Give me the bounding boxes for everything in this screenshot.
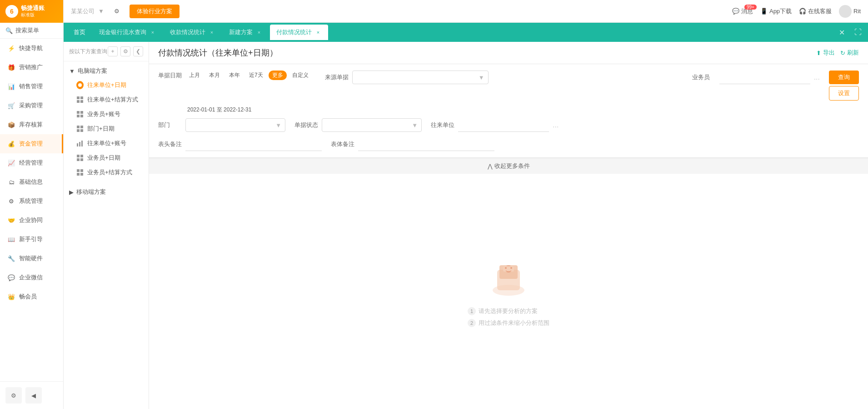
sidebar-item-system[interactable]: ⚙ 系统管理 [0, 192, 63, 211]
basic-info-icon: 🗂 [7, 178, 15, 186]
member-icon: 👑 [7, 293, 15, 301]
message-button[interactable]: 💬 消息 99+ [732, 7, 753, 15]
sidebar-item-finance[interactable]: 💰 资金管理 [0, 134, 63, 153]
tab-close-all-button[interactable]: ✕ [835, 26, 848, 39]
source-select[interactable]: ▼ [352, 71, 489, 84]
scheme-grid-icon-2 [76, 125, 84, 132]
online-service-button[interactable]: 🎧 在线客服 [799, 7, 832, 15]
tab-payment-stats[interactable]: 付款情况统计 × [270, 25, 328, 40]
filter-settings-button[interactable]: 设置 [829, 86, 859, 101]
main-content: 某某公司 ▼ ⚙ 体验行业方案 💬 消息 99+ 📱 App下载 🎧 在线客服 [64, 0, 868, 409]
svg-rect-7 [77, 115, 80, 117]
svg-rect-11 [77, 129, 80, 132]
query-button[interactable]: 查询 [829, 71, 859, 84]
dept-select[interactable]: ▼ [185, 118, 285, 132]
scheme-item-salesman-settle[interactable]: 业务员+结算方式 [64, 165, 149, 180]
date-label: 单据日期 [158, 71, 182, 80]
tab-bank-flow-close[interactable]: × [149, 29, 156, 36]
scheme-settings-button[interactable]: ⚙ [120, 46, 130, 56]
date-buttons: 上月 本月 本年 近7天 更多 自定义 [185, 71, 312, 80]
mobile-scheme-group-title[interactable]: ▶ 移动端方案 [64, 185, 149, 199]
header-settings-button[interactable]: ⚙ [110, 4, 124, 19]
sidebar-item-marketing[interactable]: 🎁 营销推广 [0, 58, 63, 77]
sidebar-item-sales[interactable]: 📊 销售管理 [0, 77, 63, 96]
sidebar: 6 畅捷通账 标准版 🔍 搜索菜单 ⚡ 快捷导航 🎁 营销推广 📊 销售管理 🛒… [0, 0, 64, 409]
tab-home[interactable]: 首页 [67, 25, 92, 40]
svg-rect-10 [80, 126, 83, 128]
salesman-input[interactable] [719, 74, 810, 81]
sidebar-item-purchase[interactable]: 🛒 采购管理 [0, 96, 63, 115]
tab-maximize-button[interactable]: ⛶ [852, 26, 864, 39]
empty-step-1: 1 请先选择要分析的方案 [468, 307, 549, 315]
tab-new-scheme[interactable]: 新建方案 × [223, 25, 269, 40]
svg-point-29 [505, 267, 507, 269]
tab-receipt-stats[interactable]: 收款情况统计 × [164, 25, 222, 40]
tab-bar-right: ✕ ⛶ [835, 26, 864, 39]
marketing-icon: 🎁 [7, 63, 15, 71]
sidebar-item-member[interactable]: 👑 畅会员 [0, 287, 63, 306]
trial-button[interactable]: 体验行业方案 [130, 5, 180, 18]
svg-rect-8 [80, 115, 83, 117]
svg-rect-6 [80, 111, 83, 114]
sidebar-item-inventory[interactable]: 📦 库存核算 [0, 115, 63, 134]
user-profile[interactable]: Rit [839, 5, 861, 18]
app-download-button[interactable]: 📱 App下载 [760, 7, 792, 15]
last-month-btn[interactable]: 上月 [185, 71, 204, 80]
more-dates-btn[interactable]: 更多 [269, 71, 287, 80]
finance-icon: 💰 [7, 140, 15, 148]
counterparty-input[interactable] [458, 121, 549, 128]
tab-receipt-stats-close[interactable]: × [208, 29, 215, 36]
svg-rect-14 [79, 142, 80, 146]
empty-state: 1 请先选择要分析的方案 2 用过滤条件来缩小分析范围 [149, 174, 868, 409]
this-month-btn[interactable]: 本月 [205, 71, 224, 80]
export-button[interactable]: ⬆ 导出 [816, 49, 835, 57]
scheme-item-dept-date[interactable]: 部门+日期 [64, 121, 149, 136]
filter-area: 单据日期 上月 本月 本年 近7天 更多 自定义 来源单据 [149, 64, 868, 158]
company-selector[interactable]: 某某公司 ▼ [71, 7, 104, 15]
sidebar-collapse-button[interactable]: ◀ [25, 387, 42, 404]
sidebar-item-hardware[interactable]: 🔧 智能硬件 [0, 249, 63, 268]
sidebar-item-basic-info[interactable]: 🗂 基础信息 [0, 172, 63, 192]
add-scheme-button[interactable]: + [108, 46, 118, 56]
refresh-button[interactable]: ↻ 刷新 [840, 49, 859, 57]
desktop-scheme-group: ▼ 电脑端方案 往来单位+日期 往来单位+结算方式 [64, 61, 149, 182]
tab-bar: 首页 现金银行流水查询 × 收款情况统计 × 新建方案 × 付款情况统计 × ✕… [64, 23, 868, 42]
hardware-icon: 🔧 [7, 254, 15, 263]
page-title: 付款情况统计（往来单位+日期） [158, 47, 278, 58]
sidebar-item-operation[interactable]: 📈 经营管理 [0, 153, 63, 172]
this-year-btn[interactable]: 本年 [225, 71, 244, 80]
header-note-input[interactable] [185, 141, 322, 147]
scheme-panel: 按以下方案查询 + ⚙ ❮ ▼ 电脑端方案 [64, 42, 149, 409]
scheme-item-counterparty-date[interactable]: 往来单位+日期 [64, 78, 149, 92]
counterparty-more-btn[interactable]: ... [553, 121, 559, 129]
receipt-status-select[interactable]: ▼ [322, 118, 422, 132]
tab-payment-stats-close[interactable]: × [314, 29, 322, 36]
scheme-item-counterparty-account[interactable]: 往来单位+账号 [64, 136, 149, 151]
collapse-more-button[interactable]: ⋀ 收起更多条件 [149, 158, 868, 174]
svg-rect-22 [77, 173, 80, 176]
search-icon: 🔍 [5, 27, 13, 34]
last-7days-btn[interactable]: 近7天 [245, 71, 267, 80]
body-note-input[interactable] [358, 141, 494, 147]
sidebar-search[interactable]: 🔍 搜索菜单 [0, 23, 63, 39]
company-dropdown-icon: ▼ [98, 8, 104, 15]
scheme-item-counterparty-settle[interactable]: 往来单位+结算方式 [64, 92, 149, 107]
scheme-item-salesman-account[interactable]: 业务员+账号 [64, 107, 149, 121]
export-icon: ⬆ [816, 50, 821, 56]
panel-collapse-button[interactable]: ❮ [133, 46, 143, 56]
desktop-scheme-group-title[interactable]: ▼ 电脑端方案 [64, 64, 149, 78]
receipt-status-filter: 单据状态 ▼ [294, 118, 422, 132]
scheme-item-salesman-date[interactable]: 业务员+日期 [64, 151, 149, 165]
sidebar-logo: 6 畅捷通账 标准版 [0, 0, 63, 23]
sidebar-settings-button[interactable]: ⚙ [5, 387, 22, 404]
sidebar-item-enterprise[interactable]: 🤝 企业协同 [0, 211, 63, 230]
tab-new-scheme-close[interactable]: × [255, 29, 263, 36]
sidebar-item-guide[interactable]: 📖 新手引导 [0, 230, 63, 249]
salesman-more-btn[interactable]: ... [814, 73, 820, 81]
custom-date-btn[interactable]: 自定义 [289, 71, 312, 80]
sidebar-item-wechat[interactable]: 💬 企业微信 [0, 268, 63, 287]
sidebar-item-quick-nav[interactable]: ⚡ 快捷导航 [0, 39, 63, 58]
scheme-grid-icon-1 [76, 111, 84, 118]
tab-bank-flow[interactable]: 现金银行流水查询 × [93, 25, 163, 40]
mobile-group-expand-icon: ▶ [69, 189, 74, 196]
